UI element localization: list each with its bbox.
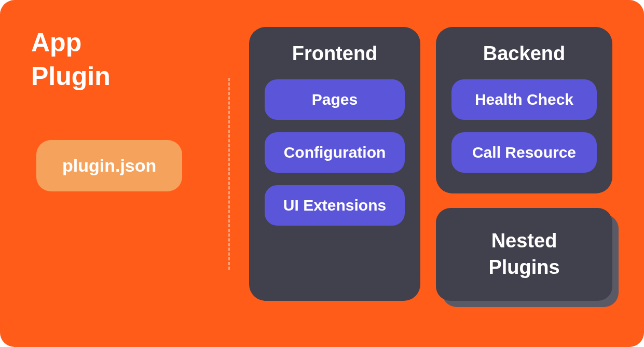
app-plugin-diagram: App Plugin plugin.json Frontend Pages Co… [0, 0, 644, 347]
nested-plugins-card: Nested Plugins [436, 208, 612, 301]
nested-line-2: Plugins [488, 256, 559, 278]
nested-line-1: Nested [491, 230, 557, 252]
frontend-item-pages: Pages [265, 79, 405, 120]
frontend-card: Frontend Pages Configuration UI Extensio… [249, 27, 420, 301]
plugin-json-badge: plugin.json [36, 140, 182, 191]
vertical-divider [228, 78, 230, 270]
nested-plugins-title: Nested Plugins [457, 228, 592, 281]
backend-item-call-resource: Call Resource [451, 132, 597, 173]
title-line-1: App [31, 28, 81, 57]
nested-plugins-wrapper: Nested Plugins [436, 208, 612, 301]
frontend-title: Frontend [265, 43, 405, 65]
left-section: App Plugin plugin.json [0, 0, 218, 347]
frontend-item-configuration: Configuration [265, 132, 405, 173]
backend-card: Backend Health Check Call Resource [436, 27, 612, 193]
frontend-item-ui-extensions: UI Extensions [265, 185, 405, 226]
backend-title: Backend [451, 43, 597, 65]
right-section: Frontend Pages Configuration UI Extensio… [218, 0, 644, 301]
title-line-2: Plugin [31, 62, 111, 91]
backend-item-health-check: Health Check [451, 79, 597, 120]
diagram-title: App Plugin [31, 26, 218, 93]
right-column: Backend Health Check Call Resource Neste… [436, 27, 612, 301]
